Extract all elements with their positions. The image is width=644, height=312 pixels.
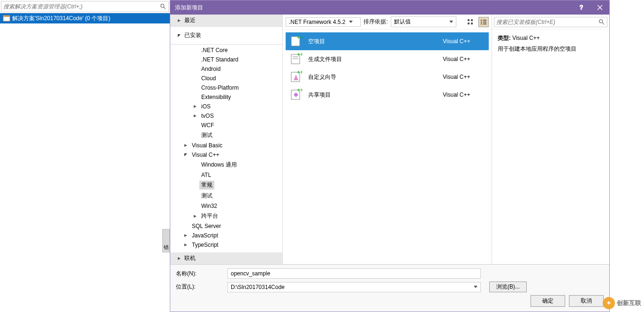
tree-node[interactable]: JavaScript (170, 231, 282, 240)
template-row[interactable]: ++生成文件项目Visual C++ (286, 50, 489, 68)
tree-node-label: ATL (199, 171, 213, 179)
tree-node-label: Cross-Platform (199, 84, 241, 91)
template-lang: Visual C++ (443, 91, 485, 98)
watermark-text: 创新互联 (617, 299, 641, 307)
svg-marker-13 (194, 215, 197, 218)
tree-node[interactable]: 跨平台 (170, 211, 282, 221)
tree-node[interactable]: Extensibility (170, 92, 282, 102)
svg-marker-8 (178, 34, 181, 37)
tree-node-label: Windows 通用 (199, 160, 239, 169)
cancel-button[interactable]: 取消 (569, 295, 604, 307)
template-name: 生成文件项目 (308, 55, 437, 63)
watermark-icon: ✦ (603, 297, 615, 309)
dialog-footer: 名称(N): 位置(L): D:\Sln20170314Code 浏览(B)..… (170, 264, 609, 312)
tree-node[interactable]: Cloud (170, 74, 282, 83)
view-list-button[interactable] (478, 17, 489, 27)
template-row[interactable]: ++空项目Visual C++ (286, 32, 489, 50)
svg-rect-18 (468, 23, 470, 24)
template-empty-icon: ++ (289, 35, 303, 48)
template-info-panel: 类型: Visual C++ 用于创建本地应用程序的空项目 (492, 15, 609, 264)
tree-node[interactable]: TypeScript (170, 240, 282, 250)
tree-node[interactable]: WCF (170, 121, 282, 130)
nav-recent-label: 最近 (184, 16, 196, 24)
svg-marker-14 (184, 234, 187, 237)
solution-search-input[interactable] (3, 3, 160, 10)
caret-closed-icon (193, 114, 197, 118)
tree-node[interactable]: Cross-Platform (170, 83, 282, 92)
svg-line-1 (164, 7, 166, 9)
info-type-value: Visual C++ (512, 35, 539, 41)
template-search-box[interactable] (494, 17, 607, 27)
tree-node[interactable]: 测试 (170, 190, 282, 201)
tree-node[interactable]: iOS (170, 102, 282, 111)
tree-node-label: .NET Standard (199, 56, 240, 63)
solution-explorer-panel: 解决方案'Sln20170314Code' (0 个项目) (0, 0, 170, 312)
template-lang: Visual C++ (443, 74, 485, 80)
tree-node[interactable]: 常规 (170, 180, 282, 190)
tree-node-label: tvOS (199, 112, 216, 120)
close-button[interactable] (591, 0, 609, 15)
svg-rect-26 (483, 23, 486, 24)
view-small-icons-button[interactable] (465, 17, 476, 27)
ok-button[interactable]: 确定 (530, 295, 565, 307)
tree-node-label: .NET Core (199, 46, 229, 54)
template-name: 空项目 (308, 38, 437, 46)
svg-rect-22 (483, 20, 486, 21)
tree-node-label: Android (199, 65, 222, 73)
location-label: 位置(L): (176, 283, 223, 291)
tree-node-label: 跨平台 (199, 212, 220, 221)
tree-node[interactable]: SQL Server (170, 221, 282, 231)
template-row[interactable]: ++自定义向导Visual C++ (286, 68, 489, 86)
error-list-tab[interactable]: 错 (162, 229, 170, 252)
browse-button[interactable]: 浏览(B)... (489, 282, 527, 292)
caret-closed-icon (193, 214, 197, 219)
location-value: D:\Sln20170314Code (231, 284, 474, 290)
svg-text:?: ? (580, 5, 583, 10)
template-lang: Visual C++ (443, 38, 485, 45)
location-combobox[interactable]: D:\Sln20170314Code (227, 282, 481, 292)
template-search-input[interactable] (496, 19, 599, 25)
tree-node[interactable]: tvOS (170, 111, 282, 121)
nav-recent[interactable]: 最近 (170, 15, 282, 26)
nav-online[interactable]: 联机 (170, 252, 282, 264)
tree-node[interactable]: 测试 (170, 130, 282, 141)
tree-node[interactable]: .NET Standard (170, 55, 282, 64)
svg-marker-16 (178, 257, 181, 260)
tree-node[interactable]: Win32 (170, 201, 282, 211)
help-button[interactable]: ? (572, 0, 591, 15)
tree-node[interactable]: Android (170, 64, 282, 74)
svg-rect-19 (471, 19, 473, 21)
tree-node-label: Visual C++ (190, 151, 221, 159)
name-input[interactable] (227, 268, 481, 279)
svg-marker-9 (194, 105, 197, 108)
tree-node-label: 常规 (199, 181, 214, 190)
template-row[interactable]: ++共享项目Visual C++ (286, 86, 489, 104)
nav-online-label: 联机 (184, 254, 196, 262)
name-label: 名称(N): (176, 270, 223, 278)
dialog-titlebar: 添加新项目 ? (170, 0, 609, 15)
caret-open-icon (183, 152, 188, 157)
framework-select[interactable]: .NET Framework 4.5.2 (286, 17, 361, 27)
tree-node-label: TypeScript (190, 241, 220, 249)
tree-node-label: Visual Basic (190, 142, 224, 149)
svg-line-40 (602, 22, 604, 24)
solution-search[interactable] (1, 1, 169, 12)
nav-installed[interactable]: 已安装 (170, 30, 282, 41)
tree-node-label: SQL Server (190, 222, 223, 230)
tree-node[interactable]: Visual C++ (170, 150, 282, 160)
search-icon (160, 3, 167, 10)
tree-node[interactable]: .NET Core (170, 46, 282, 55)
tree-node[interactable]: Windows 通用 (170, 160, 282, 170)
svg-marker-15 (184, 244, 187, 246)
framework-select-value: .NET Framework 4.5.2 (289, 19, 345, 25)
sort-select[interactable]: 默认值 (391, 16, 456, 27)
info-type-label: 类型: (498, 35, 511, 41)
tree-node[interactable]: ATL (170, 170, 282, 180)
solution-root-label: 解决方案'Sln20170314Code' (0 个项目) (12, 15, 110, 23)
tree-node[interactable]: Visual Basic (170, 141, 282, 150)
tree-node-label: Extensibility (199, 93, 233, 101)
solution-root-item[interactable]: 解决方案'Sln20170314Code' (0 个项目) (0, 13, 170, 23)
svg-text:++: ++ (297, 89, 302, 93)
svg-point-39 (599, 19, 603, 23)
tree-node-label: Cloud (199, 75, 218, 82)
